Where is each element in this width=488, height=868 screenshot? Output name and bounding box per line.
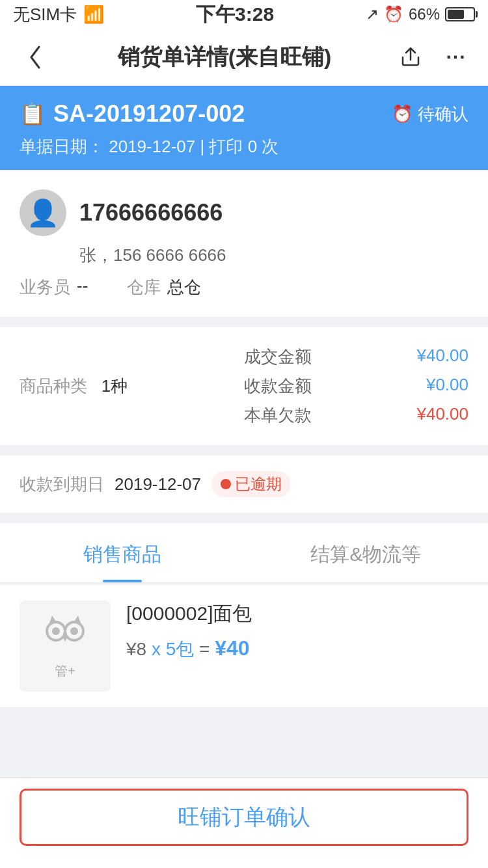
order-date: 单据日期： 2019-12-07 | 打印 0 次 xyxy=(20,135,468,158)
warehouse-value: 总仓 xyxy=(167,276,201,299)
more-icon: ··· xyxy=(446,46,466,68)
price-equals-symbol: = xyxy=(199,639,210,659)
battery-icon xyxy=(445,7,475,21)
summary-right: 成交金额 ¥40.00 收款金额 ¥0.00 本单欠款 ¥40.00 xyxy=(244,346,468,427)
customer-section: 👤 17666666666 张，156 6666 6666 业务员 -- 仓库 … xyxy=(0,171,488,317)
product-price: ¥8 x 5包 = ¥40 xyxy=(126,636,468,662)
status-time: 下午3:28 xyxy=(196,1,274,28)
page-title: 销货单详情(来自旺铺) xyxy=(55,42,394,72)
status-bar: 无SIM卡 📶 下午3:28 ↗ ⏰ 66% xyxy=(0,0,488,29)
amount-value-2: ¥40.00 xyxy=(416,404,468,427)
battery-fill xyxy=(448,10,464,19)
warehouse: 仓库 总仓 xyxy=(127,276,201,299)
status-text: 待确认 xyxy=(418,103,468,126)
tab-settlement[interactable]: 结算&物流等 xyxy=(244,523,488,582)
date-value: 2019-12-07 xyxy=(109,137,195,156)
amount-value-0: ¥40.00 xyxy=(416,346,468,368)
tab-label-0: 销售商品 xyxy=(83,543,161,565)
warehouse-label: 仓库 xyxy=(127,276,161,299)
tabs-section: 销售商品 结算&物流等 xyxy=(0,523,488,584)
customer-phone: 17666666666 xyxy=(79,199,223,226)
sales-rep: 业务员 -- xyxy=(20,276,88,299)
amount-row-2: 本单欠款 ¥40.00 xyxy=(244,404,468,427)
overdue-indicator xyxy=(221,479,231,489)
alarm-icon: ⏰ xyxy=(384,5,403,23)
price-quantity: 5包 xyxy=(166,639,195,659)
tab-label-1: 结算&物流等 xyxy=(310,543,421,565)
sales-value: -- xyxy=(77,276,88,299)
confirm-order-button[interactable]: 旺铺订单确认 xyxy=(20,789,468,846)
battery-percent: 66% xyxy=(409,5,440,23)
order-status: ⏰ 待确认 xyxy=(392,103,468,126)
product-image: 管+ xyxy=(20,601,111,692)
item-count-value: 1种 xyxy=(102,376,128,396)
product-logo: 管+ xyxy=(39,613,91,680)
wifi-icon: 📶 xyxy=(83,5,104,25)
due-date-value: 2019-12-07 xyxy=(115,474,201,495)
customer-meta: 业务员 -- 仓库 总仓 xyxy=(20,276,468,299)
tab-sales-products[interactable]: 销售商品 xyxy=(0,523,244,582)
price-multiply-symbol: x xyxy=(152,639,161,659)
amount-label-1: 收款金额 xyxy=(244,375,312,398)
product-section: 管+ [0000002]面包 ¥8 x 5包 = ¥40 xyxy=(0,585,488,707)
tab-underline xyxy=(103,580,142,582)
price-total: ¥40 xyxy=(215,636,249,660)
svg-point-3 xyxy=(70,627,78,635)
summary-left: 商品种类 1种 xyxy=(20,346,244,427)
product-thumbnail: 管+ xyxy=(20,601,111,692)
customer-row: 👤 17666666666 xyxy=(20,189,468,236)
share-button[interactable] xyxy=(394,41,427,74)
customer-name: 张，156 6666 6666 xyxy=(20,244,468,267)
more-button[interactable]: ··· xyxy=(440,41,472,74)
bottom-bar: 旺铺订单确认 xyxy=(0,777,488,868)
nav-actions: ··· xyxy=(394,41,472,74)
overdue-text: 已逾期 xyxy=(235,474,282,495)
status-right: ↗ ⏰ 66% xyxy=(366,5,475,23)
order-id: 📋 SA-20191207-002 xyxy=(20,100,245,128)
amount-label-0: 成交金额 xyxy=(244,346,312,368)
date-label: 单据日期： xyxy=(20,137,104,156)
product-details: [0000002]面包 ¥8 x 5包 = ¥40 xyxy=(126,601,468,662)
order-icon: 📋 xyxy=(20,102,46,126)
status-left: 无SIM卡 📶 xyxy=(13,3,104,26)
svg-point-2 xyxy=(52,627,60,635)
item-count: 商品种类 1种 xyxy=(20,375,244,398)
status-clock-icon: ⏰ xyxy=(392,104,413,124)
print-info: | 打印 0 次 xyxy=(200,137,278,156)
overdue-badge: 已逾期 xyxy=(211,471,291,497)
order-id-text: SA-20191207-002 xyxy=(53,100,245,128)
due-label: 收款到期日 xyxy=(20,473,104,496)
carrier-label: 无SIM卡 xyxy=(13,3,77,26)
avatar-icon: 👤 xyxy=(27,198,59,228)
sales-label: 业务员 xyxy=(20,276,70,299)
logo-text: 管+ xyxy=(55,662,75,680)
confirm-button-label: 旺铺订单确认 xyxy=(178,802,310,832)
order-banner: 📋 SA-20191207-002 ⏰ 待确认 单据日期： 2019-12-07… xyxy=(0,86,488,170)
due-section: 收款到期日 2019-12-07 已逾期 xyxy=(0,455,488,513)
price-unit: ¥8 xyxy=(126,639,146,659)
amount-label-2: 本单欠款 xyxy=(244,404,312,427)
location-icon: ↗ xyxy=(366,5,379,23)
amount-row-1: 收款金额 ¥0.00 xyxy=(244,375,468,398)
item-count-label: 商品种类 xyxy=(20,376,87,396)
amount-value-1: ¥0.00 xyxy=(426,375,468,398)
customer-avatar: 👤 xyxy=(20,189,66,236)
amount-row-0: 成交金额 ¥40.00 xyxy=(244,346,468,368)
summary-section: 商品种类 1种 成交金额 ¥40.00 收款金额 ¥0.00 本单欠款 ¥40.… xyxy=(0,327,488,445)
back-button[interactable] xyxy=(16,38,55,77)
banner-top: 📋 SA-20191207-002 ⏰ 待确认 xyxy=(20,100,468,128)
product-name: [0000002]面包 xyxy=(126,601,468,627)
nav-bar: 销货单详情(来自旺铺) ··· xyxy=(0,29,488,86)
